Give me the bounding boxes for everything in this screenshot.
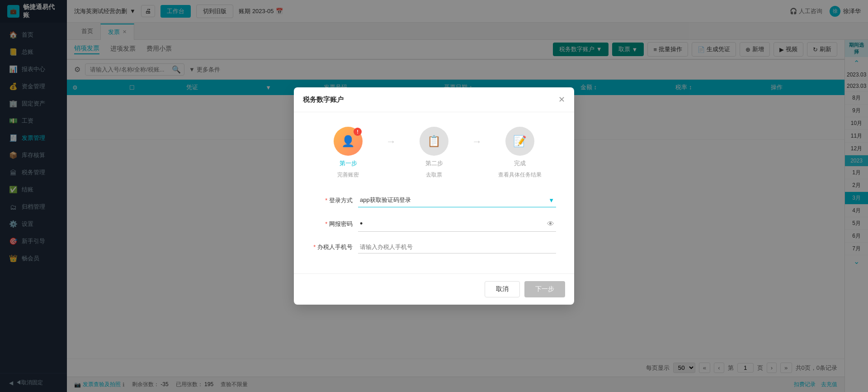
- step-1-circle: 👤 !: [334, 127, 363, 156]
- step-2-label: 第二步: [425, 159, 443, 167]
- login-method-value: app获取验证码登录: [360, 196, 411, 204]
- step-3-label: 完成: [514, 159, 526, 167]
- step-3-circle: 📝: [505, 127, 534, 156]
- step-1: 👤 ! 第一步 完善账密: [312, 127, 384, 179]
- login-method-row: * 登录方式 app获取验证码登录 ▼: [312, 193, 556, 207]
- phone-label: * 办税人手机号: [312, 243, 353, 251]
- next-step-button[interactable]: 下一步: [524, 281, 565, 297]
- login-method-select[interactable]: app获取验证码登录 ▼: [358, 193, 556, 207]
- step-2-desc: 去取票: [426, 171, 442, 179]
- step-2-circle: 📋: [420, 127, 448, 156]
- modal-body: 👤 ! 第一步 完善账密 → 📋 第二步 去取票 →: [294, 112, 574, 273]
- modal-overlay: 税务数字账户 ✕ 👤 ! 第一步 完善账密 → 📋: [0, 0, 868, 392]
- step-3: 📝 完成 查看具体任务结果: [484, 127, 556, 179]
- login-method-label: * 登录方式: [312, 196, 353, 205]
- modal-title: 税务数字账户: [303, 96, 344, 104]
- step-1-desc: 完善账密: [337, 171, 359, 179]
- steps-container: 👤 ! 第一步 完善账密 → 📋 第二步 去取票 →: [312, 127, 556, 179]
- tax-digital-account-modal: 税务数字账户 ✕ 👤 ! 第一步 完善账密 → 📋: [294, 87, 574, 305]
- password-label: * 网报密码: [312, 220, 353, 228]
- chevron-down-icon: ▼: [548, 197, 554, 204]
- step-1-label: 第一步: [340, 159, 357, 167]
- step-1-alert-icon: !: [354, 128, 362, 136]
- modal-footer: 取消 下一步: [294, 273, 574, 305]
- step-3-icon: 📝: [513, 135, 527, 148]
- step-2: 📋 第二步 去取票: [398, 127, 470, 179]
- step-arrow-2: →: [470, 136, 484, 148]
- step-3-desc: 查看具体任务结果: [498, 171, 542, 179]
- phone-input[interactable]: [358, 241, 556, 253]
- step-2-icon: 📋: [427, 135, 441, 148]
- modal-header: 税务数字账户 ✕: [294, 87, 574, 112]
- password-field: • 👁: [358, 216, 556, 232]
- password-dot: •: [360, 219, 363, 229]
- modal-close-button[interactable]: ✕: [558, 95, 565, 105]
- phone-row: * 办税人手机号: [312, 241, 556, 253]
- password-row: * 网报密码 • 👁: [312, 216, 556, 232]
- toggle-password-icon[interactable]: 👁: [547, 220, 554, 228]
- step-arrow-1: →: [384, 136, 398, 148]
- step-1-icon: 👤: [341, 135, 355, 148]
- cancel-button[interactable]: 取消: [485, 281, 520, 297]
